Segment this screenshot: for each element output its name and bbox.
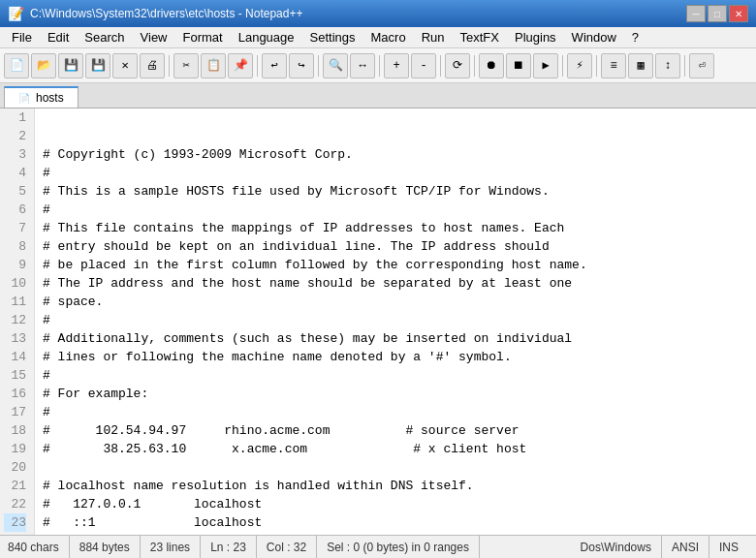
- status-chars: 840 chars: [8, 536, 70, 558]
- code-line-11: # Additionally, comments (such as these)…: [43, 329, 748, 348]
- sep2-separator: [257, 55, 258, 77]
- code-line-20: # 127.0.0.1 localhost: [43, 495, 748, 513]
- status-encoding: ANSI: [662, 536, 709, 558]
- zoom-in-button[interactable]: +: [384, 53, 409, 78]
- menu-item-edit[interactable]: Edit: [40, 27, 77, 48]
- line-number-16: 16: [4, 385, 26, 403]
- code-line-17: # 38.25.63.10 x.acme.com # x client host: [43, 440, 748, 458]
- line-number-14: 14: [4, 348, 26, 366]
- sep5-separator: [440, 55, 441, 77]
- code-line-4: #: [43, 201, 748, 219]
- code-line-9: # space.: [43, 293, 748, 311]
- status-sel: Sel : 0 (0 bytes) in 0 ranges: [317, 536, 480, 558]
- editor[interactable]: 1234567891011121314151617181920212223 # …: [0, 108, 756, 535]
- line-number-8: 8: [4, 237, 26, 256]
- status-bar: 840 chars 884 bytes 23 lines Ln : 23 Col…: [0, 535, 756, 558]
- menu-bar: FileEditSearchViewFormatLanguageSettings…: [0, 27, 756, 48]
- tab-icon: 📄: [18, 93, 30, 104]
- undo-button[interactable]: ↩: [262, 53, 287, 78]
- minimize-button[interactable]: ─: [686, 5, 706, 22]
- status-col: Col : 32: [257, 536, 317, 558]
- line-number-11: 11: [4, 293, 26, 311]
- cut-button[interactable]: ✂: [173, 53, 199, 78]
- print-button[interactable]: 🖨: [140, 53, 165, 78]
- line-number-6: 6: [4, 201, 26, 219]
- menu-item-file[interactable]: File: [4, 27, 40, 48]
- option1-button[interactable]: ≡: [601, 53, 626, 78]
- close-button[interactable]: ✕: [729, 5, 748, 22]
- line-number-23: 23: [4, 513, 26, 532]
- menu-item-?[interactable]: ?: [624, 27, 646, 48]
- code-line-3: # This is a sample HOSTS file used by Mi…: [43, 182, 748, 201]
- macro-stop-button[interactable]: ⏹: [506, 53, 531, 78]
- run-button[interactable]: ⚡: [567, 53, 592, 78]
- open-button[interactable]: 📂: [31, 53, 56, 78]
- menu-item-language[interactable]: Language: [231, 27, 302, 48]
- code-line-1: # Copyright (c) 1993-2009 Microsoft Corp…: [43, 145, 748, 164]
- replace-button[interactable]: ↔: [350, 53, 375, 78]
- line-number-5: 5: [4, 182, 26, 201]
- save-button[interactable]: 💾: [58, 53, 83, 78]
- find-button[interactable]: 🔍: [323, 53, 348, 78]
- code-line-19: # localhost name resolution is handled w…: [43, 477, 748, 495]
- status-ln: Ln : 23: [201, 536, 257, 558]
- tab-label: hosts: [36, 91, 64, 105]
- redo-button[interactable]: ↪: [289, 53, 314, 78]
- line-number-12: 12: [4, 311, 26, 329]
- tab-bar: 📄 hosts: [0, 83, 756, 108]
- tab-hosts[interactable]: 📄 hosts: [4, 86, 79, 108]
- line-number-15: 15: [4, 366, 26, 385]
- wrap-button[interactable]: ⏎: [689, 53, 714, 78]
- line-number-1: 1: [4, 108, 26, 127]
- code-line-13: #: [43, 366, 748, 385]
- sync-button[interactable]: ⟳: [445, 53, 470, 78]
- code-line-5: # This file contains the mappings of IP …: [43, 219, 748, 237]
- line-number-17: 17: [4, 403, 26, 421]
- menu-item-settings[interactable]: Settings: [302, 27, 363, 48]
- sep3-separator: [318, 55, 319, 77]
- close-button[interactable]: ✕: [112, 53, 138, 78]
- line-number-7: 7: [4, 219, 26, 237]
- sep7-separator: [562, 55, 563, 77]
- title-bar: 📝 C:\Windows\System32\drivers\etc\hosts …: [0, 0, 756, 27]
- menu-item-run[interactable]: Run: [414, 27, 453, 48]
- code-line-7: # be placed in the first column followed…: [43, 256, 748, 274]
- line-number-13: 13: [4, 329, 26, 348]
- sep4-separator: [379, 55, 380, 77]
- code-line-21: # ::1 localhost: [43, 513, 748, 532]
- maximize-button[interactable]: □: [708, 5, 727, 22]
- code-line-18: [43, 458, 748, 477]
- option2-button[interactable]: ▦: [628, 53, 653, 78]
- title-bar-left: 📝 C:\Windows\System32\drivers\etc\hosts …: [8, 6, 302, 21]
- sep8-separator: [596, 55, 597, 77]
- paste-button[interactable]: 📌: [228, 53, 253, 78]
- status-eol: Dos\Windows: [571, 536, 662, 558]
- save-all-button[interactable]: 💾: [85, 53, 110, 78]
- sep6-separator: [474, 55, 475, 77]
- menu-item-window[interactable]: Window: [564, 27, 624, 48]
- menu-item-textfx[interactable]: TextFX: [453, 27, 507, 48]
- code-line-10: #: [43, 311, 748, 329]
- zoom-out-button[interactable]: -: [411, 53, 436, 78]
- option3-button[interactable]: ↕: [655, 53, 680, 78]
- status-lines: 23 lines: [141, 536, 201, 558]
- sep1-separator: [169, 55, 170, 77]
- status-bytes: 884 bytes: [70, 536, 141, 558]
- menu-item-format[interactable]: Format: [175, 27, 231, 48]
- menu-item-macro[interactable]: Macro: [363, 27, 414, 48]
- line-number-10: 10: [4, 274, 26, 293]
- code-line-16: # 102.54.94.97 rhino.acme.com # source s…: [43, 421, 748, 440]
- toolbar: 📄📂💾💾✕🖨✂📋📌↩↪🔍↔+-⟳⏺⏹▶⚡≡▦↕⏎: [0, 48, 756, 83]
- new-button[interactable]: 📄: [4, 53, 29, 78]
- window-title: C:\Windows\System32\drivers\etc\hosts - …: [30, 7, 302, 20]
- copy-button[interactable]: 📋: [201, 53, 226, 78]
- menu-item-view[interactable]: View: [133, 27, 175, 48]
- code-content[interactable]: # Copyright (c) 1993-2009 Microsoft Corp…: [35, 108, 756, 535]
- menu-item-search[interactable]: Search: [77, 27, 132, 48]
- macro-rec-button[interactable]: ⏺: [479, 53, 504, 78]
- macro-play-button[interactable]: ▶: [533, 53, 558, 78]
- menu-item-plugins[interactable]: Plugins: [507, 27, 564, 48]
- app-icon: 📝: [8, 6, 24, 21]
- line-number-4: 4: [4, 164, 26, 182]
- line-number-19: 19: [4, 440, 26, 458]
